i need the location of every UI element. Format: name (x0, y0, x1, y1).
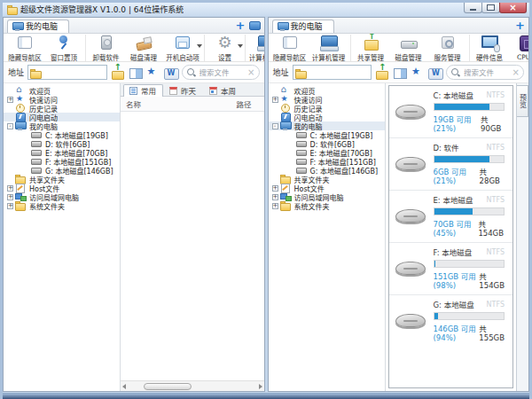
toolbar-button[interactable]: 计算机管理 (245, 35, 264, 61)
expander-icon[interactable]: + (7, 194, 13, 200)
tree-item[interactable]: + 系统文件夹 (4, 201, 120, 210)
preview-panel-tab[interactable]: 预览 (517, 85, 528, 117)
dropdown-caret-icon[interactable] (197, 44, 202, 48)
split-view-icon[interactable] (129, 66, 143, 80)
tab-my-computer[interactable]: 我的电脑 (272, 20, 334, 33)
disk-name: D: 软件 (434, 142, 459, 153)
tree-item[interactable]: F: 本地磁盘[151GB] (4, 157, 120, 166)
tree-item[interactable]: D: 软件[6GB] (4, 139, 120, 148)
tree-item[interactable]: 历史记录 (4, 104, 120, 113)
tree-item[interactable]: E: 本地磁盘[70GB] (4, 148, 120, 157)
expander-icon[interactable]: + (272, 97, 278, 103)
toolbar-button[interactable]: 隐藏导航区 (5, 35, 44, 61)
file-list-tab[interactable]: 昨天 (163, 84, 203, 97)
tree-item-icon (296, 166, 308, 175)
column-path[interactable]: 路径 (236, 98, 251, 109)
minimize-button[interactable] (464, 3, 482, 13)
pane-toggle-button[interactable] (249, 21, 261, 30)
toolbar-button[interactable]: 计算机管理 (309, 35, 348, 61)
toolbar-button[interactable]: 卸载软件 (85, 35, 124, 61)
tree-item[interactable]: G: 本地磁盘[146GB] (269, 166, 385, 175)
drive-icon (395, 157, 426, 170)
tree-item[interactable]: E: 本地磁盘[70GB] (269, 148, 385, 157)
close-button[interactable] (499, 3, 527, 13)
toolbar-button[interactable]: 隐藏导航区 (270, 35, 309, 61)
tree-item[interactable]: + Host文件 (4, 184, 120, 192)
tree-item[interactable]: 闪电启动 (4, 113, 120, 121)
address-input[interactable] (307, 67, 369, 78)
search-input[interactable] (462, 67, 512, 78)
tree-item[interactable]: + 系统文件夹 (269, 201, 385, 210)
up-folder-icon[interactable] (111, 66, 125, 80)
favorites-star-icon[interactable] (411, 66, 425, 80)
w-badge-icon[interactable] (428, 66, 442, 80)
scroll-right-arrow-icon[interactable] (259, 384, 262, 389)
tree-item[interactable]: + 快速访问 (269, 95, 385, 104)
tree-item[interactable]: C: 本地磁盘[19GB] (4, 130, 120, 139)
expander-icon[interactable]: + (7, 97, 13, 103)
up-folder-icon[interactable] (375, 66, 389, 80)
toolbar-label: 硬件信息 (476, 52, 503, 62)
column-name[interactable]: 名称 (126, 98, 141, 109)
expander-icon[interactable]: + (7, 185, 13, 192)
tree-item[interactable]: + 访问局域网电脑 (4, 192, 120, 201)
horizontal-scrollbar[interactable] (121, 380, 264, 391)
tree-item[interactable]: 闪电启动 (269, 113, 385, 121)
folder-icon (30, 67, 42, 78)
toolbar-button[interactable]: 磁盘管理 (389, 35, 428, 61)
expander-icon[interactable]: + (272, 185, 278, 192)
maximize-button[interactable] (481, 3, 500, 13)
toolbar-button[interactable]: 硬件信息 (469, 35, 508, 61)
tree-item[interactable]: - 我的电脑 (4, 121, 120, 130)
tree-item[interactable]: + 访问局域网电脑 (269, 192, 385, 201)
toolbar-button[interactable]: 开机启动项 (163, 35, 202, 61)
disk-filesystem: NTFS (487, 91, 505, 99)
expander-icon[interactable]: - (7, 123, 13, 129)
search-input[interactable] (198, 67, 248, 78)
scrollbar-thumb[interactable] (144, 383, 192, 390)
toolbar-button[interactable]: 磁盘清理 (124, 35, 163, 61)
disk-item[interactable]: D: 软件 NTFS 6GB 可用(21%) 共 28GB (389, 138, 513, 191)
toolbar-button[interactable]: 窗口置顶 (44, 35, 83, 61)
tree-item[interactable]: G: 本地磁盘[146GB] (4, 166, 120, 175)
clear-search-icon[interactable] (247, 68, 254, 77)
title-bar: 超级文件资源管理器X V1.0.0 | 64位操作系统 (3, 3, 529, 16)
file-list-tab[interactable]: 常用 (123, 84, 163, 97)
w-badge-icon[interactable] (164, 66, 178, 80)
disk-usage-bar (434, 260, 505, 268)
toolbar-button[interactable]: 服务管理 (428, 35, 467, 61)
tree-item[interactable]: F: 本地磁盘[151GB] (269, 157, 385, 166)
tree-item-icon (15, 192, 27, 201)
expander-icon[interactable]: + (272, 203, 278, 209)
tree-item[interactable]: + Host文件 (269, 184, 385, 192)
clear-search-icon[interactable] (512, 68, 520, 77)
file-list-tab[interactable]: 本周 (203, 84, 243, 97)
toolbar-button[interactable]: 设置 (204, 35, 243, 61)
split-view-icon[interactable] (393, 66, 407, 80)
expander-icon[interactable]: + (7, 203, 13, 209)
disk-list: C: 本地磁盘 NTFS 19GB 可用(21%) 共 90GB (388, 85, 514, 388)
right-nav-tree: 欢迎页 + 快速访问 历史记录 (269, 83, 386, 391)
tree-item[interactable]: 共享文件夹 (269, 175, 385, 184)
expander-icon[interactable]: - (272, 123, 278, 129)
favorites-star-icon[interactable] (146, 66, 160, 80)
dropdown-caret-icon[interactable] (238, 44, 243, 48)
toolbar-button[interactable]: 共享管理 (350, 35, 389, 61)
disk-item[interactable]: F: 本地磁盘 NTFS 151GB 可用(98%) 共 154GB (389, 243, 513, 295)
expander-icon[interactable]: + (272, 194, 278, 200)
disk-item[interactable]: G: 本地磁盘 NTFS 146GB 可用(94%) 共 155GB (389, 295, 513, 347)
disk-item[interactable]: C: 本地磁盘 NTFS 19GB 可用(21%) 共 90GB (389, 86, 513, 138)
add-tab-button[interactable]: + (515, 21, 525, 30)
tree-item[interactable]: D: 软件[6GB] (269, 139, 385, 148)
tree-item[interactable]: + 快速访问 (4, 95, 120, 104)
scroll-left-arrow-icon[interactable] (122, 384, 126, 389)
add-tab-button[interactable]: + (236, 21, 246, 30)
address-input[interactable] (42, 67, 104, 78)
tab-my-computer[interactable]: 我的电脑 (7, 20, 69, 33)
tree-item[interactable]: 共享文件夹 (4, 175, 120, 184)
disk-item[interactable]: E: 本地磁盘 NTFS 70GB 可用(45%) 共 154GB (389, 191, 513, 243)
tree-item[interactable]: C: 本地磁盘[19GB] (269, 130, 385, 139)
toolbar-button[interactable]: CPU-Z (508, 35, 529, 61)
tree-item[interactable]: - 我的电脑 (269, 121, 385, 130)
tree-item[interactable]: 历史记录 (269, 104, 385, 113)
